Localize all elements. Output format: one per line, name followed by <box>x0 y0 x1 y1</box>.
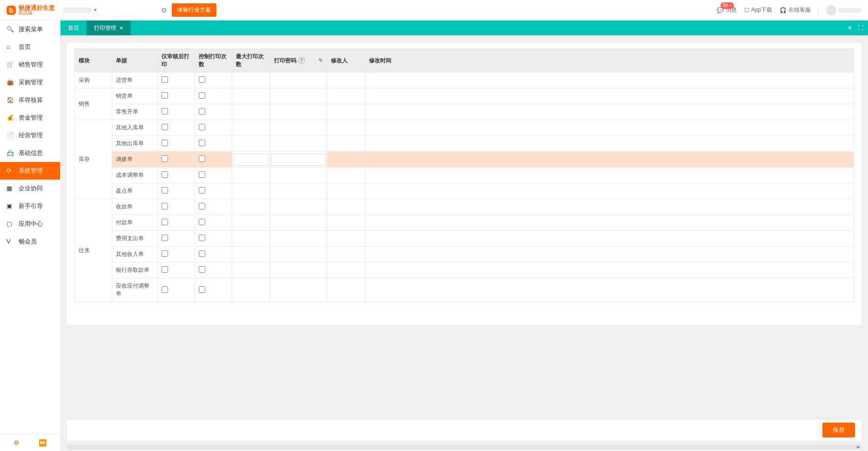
only-audited-checkbox[interactable] <box>161 203 168 209</box>
only-audited-checkbox[interactable] <box>161 286 168 293</box>
doc-cell: 应收应付调整单 <box>112 278 158 302</box>
experience-industry-button[interactable]: 体验行业方案 <box>172 3 216 17</box>
tenant-selector[interactable]: ▾ <box>63 7 156 13</box>
print-password-input[interactable] <box>271 154 326 166</box>
settings-gear-icon[interactable]: ⚙ <box>13 439 20 446</box>
sidebar-item-purchase[interactable]: 👜采购管理 <box>0 74 60 91</box>
control-count-checkbox[interactable] <box>199 124 205 130</box>
sidebar-item-search-menu[interactable]: 🔍搜索菜单 <box>0 20 60 38</box>
modified-by-cell <box>327 247 365 263</box>
horizontal-scrollbar[interactable]: ▶ <box>67 444 861 449</box>
control-count-checkbox[interactable] <box>199 286 205 293</box>
app-download-link[interactable]: ☐ App下载 <box>744 6 772 14</box>
only-audited-checkbox[interactable] <box>161 140 168 146</box>
sidebar-item-inventory-accounting[interactable]: 🏠库存核算 <box>0 91 60 109</box>
only-audited-checkbox[interactable] <box>161 250 168 257</box>
sidebar-item-sales[interactable]: 🛒销售管理 <box>0 56 60 74</box>
print-password-cell <box>270 278 327 302</box>
messages-link[interactable]: 99 + 💬 消息 <box>717 6 737 14</box>
modified-by-cell <box>327 152 365 168</box>
fullscreen-icon[interactable]: ⛶ <box>858 25 863 31</box>
save-button[interactable]: 保存 <box>822 423 855 438</box>
tab-home[interactable]: 首页 <box>61 20 87 35</box>
sales-icon: 🛒 <box>7 61 14 68</box>
sidebar-item-basic-info[interactable]: 📇基础信息 <box>0 144 60 162</box>
scroll-right-icon[interactable]: ▶ <box>855 444 861 449</box>
control-count-checkbox[interactable] <box>199 250 205 257</box>
sidebar-item-finance[interactable]: 💰资金管理 <box>0 109 60 127</box>
only-audited-checkbox[interactable] <box>161 187 168 194</box>
edit-password-icon[interactable]: ✎ <box>318 57 323 64</box>
doc-cell: 调拨单 <box>112 152 158 168</box>
control-count-checkbox[interactable] <box>199 76 205 83</box>
only-audited-cell <box>158 278 195 302</box>
control-count-cell <box>195 215 232 231</box>
control-count-checkbox[interactable] <box>199 266 205 273</box>
control-count-checkbox[interactable] <box>199 92 205 99</box>
purchase-icon: 👜 <box>7 79 14 86</box>
control-count-checkbox[interactable] <box>199 235 205 241</box>
only-audited-checkbox[interactable] <box>161 124 168 130</box>
close-all-tabs-icon[interactable]: ✕ <box>848 25 852 31</box>
gear-icon[interactable]: ⚙ <box>161 7 167 14</box>
max-count-cell <box>232 168 270 183</box>
control-count-checkbox[interactable] <box>199 108 205 114</box>
control-count-checkbox[interactable] <box>199 171 205 178</box>
print-password-cell <box>270 88 327 104</box>
only-audited-checkbox[interactable] <box>161 219 168 225</box>
sidebar-item-label: 畅会员 <box>19 237 37 246</box>
only-audited-checkbox[interactable] <box>161 235 168 241</box>
control-count-checkbox[interactable] <box>199 187 205 194</box>
control-count-checkbox[interactable] <box>199 155 205 162</box>
max-count-input[interactable] <box>233 154 269 166</box>
sidebar-item-label: 系统管理 <box>19 167 43 175</box>
sidebar-item-app-center[interactable]: ▢应用中心 <box>0 215 60 233</box>
control-count-checkbox[interactable] <box>199 219 205 225</box>
modified-by-cell <box>327 104 365 120</box>
print-password-cell <box>270 263 327 278</box>
modified-time-cell <box>365 104 854 120</box>
help-icon[interactable]: ? <box>298 57 305 64</box>
only-audited-checkbox[interactable] <box>161 108 168 114</box>
sidebar-item-enterprise-collab[interactable]: ▦企业协同 <box>0 180 60 197</box>
only-audited-checkbox[interactable] <box>161 76 168 83</box>
only-audited-checkbox[interactable] <box>161 92 168 99</box>
modified-time-cell <box>365 88 854 104</box>
phone-icon: ☐ <box>744 7 749 13</box>
tab-print-manage[interactable]: 打印管理✕ <box>87 20 131 35</box>
only-audited-checkbox[interactable] <box>161 171 168 178</box>
collapse-sidebar-icon[interactable]: ⏩ <box>39 439 47 446</box>
user-menu[interactable] <box>826 5 861 15</box>
max-count-cell <box>232 247 270 263</box>
main-area: 首页打印管理✕ ✕ ⛶ <box>61 20 868 451</box>
table-row: 其他收入单 <box>75 247 854 263</box>
modified-time-cell <box>365 168 854 183</box>
only-audited-checkbox[interactable] <box>161 155 168 162</box>
modified-by-cell <box>327 215 365 231</box>
print-password-cell <box>270 215 327 231</box>
app-center-icon: ▢ <box>7 220 14 228</box>
max-count-cell <box>232 136 270 152</box>
sidebar-item-system-manage[interactable]: ⟳系统管理 <box>0 162 60 180</box>
only-audited-checkbox[interactable] <box>161 266 168 273</box>
sidebar-item-newbie-guide[interactable]: ▣新手引导 <box>0 197 60 215</box>
modified-by-cell <box>327 73 365 88</box>
search-menu-icon: 🔍 <box>7 26 14 33</box>
sidebar-item-member[interactable]: V畅会员 <box>0 233 60 250</box>
sidebar-item-operation[interactable]: 📄经营管理 <box>0 127 60 144</box>
online-service-link[interactable]: 🎧 在线客服 <box>780 6 811 14</box>
sidebar-item-home[interactable]: ⌂首页 <box>0 38 60 56</box>
only-audited-cell <box>158 120 195 136</box>
control-count-checkbox[interactable] <box>199 203 205 209</box>
tab-close-icon[interactable]: ✕ <box>119 25 123 31</box>
divider <box>818 7 819 14</box>
control-count-checkbox[interactable] <box>199 140 205 146</box>
print-password-cell <box>270 73 327 88</box>
basic-info-icon: 📇 <box>7 149 14 157</box>
control-count-cell <box>195 104 232 120</box>
table-row: 银行存取款单 <box>75 263 854 278</box>
modified-time-cell <box>365 263 854 278</box>
print-manage-card: 模块 单据 仅审核后打印 控制打印次数 最大打印次数 打印密码 ? <box>67 43 861 325</box>
print-password-cell <box>270 183 327 199</box>
modified-by-cell <box>327 168 365 183</box>
